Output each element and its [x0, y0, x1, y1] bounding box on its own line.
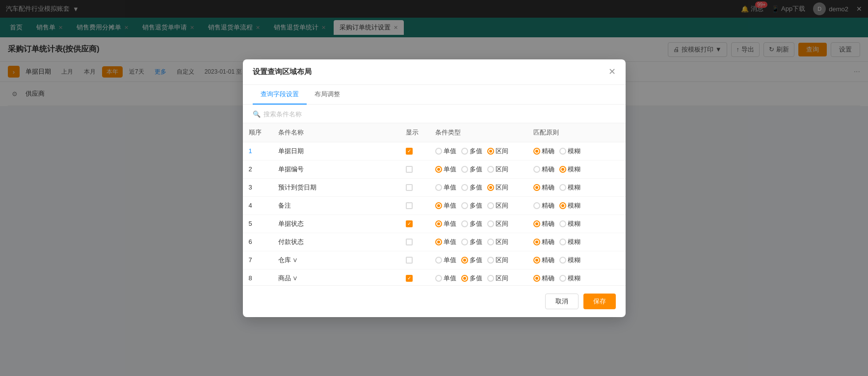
- modal-title: 设置查询区域布局: [253, 67, 312, 77]
- modal-tab-layout[interactable]: 布局调整: [307, 85, 348, 105]
- modal-overlay: 设置查询区域布局 ✕ 查询字段设置 布局调整 🔍 顺序 条件名称: [0, 0, 868, 106]
- modal-header: 设置查询区域布局 ✕: [243, 59, 626, 85]
- modal-dialog: 设置查询区域布局 ✕ 查询字段设置 布局调整 🔍 顺序 条件名称: [243, 59, 626, 107]
- modal-tabs: 查询字段设置 布局调整: [243, 85, 626, 105]
- modal-search-area: 🔍: [243, 105, 626, 107]
- modal-tab-query-fields[interactable]: 查询字段设置: [253, 85, 307, 105]
- modal-close-button[interactable]: ✕: [608, 67, 616, 76]
